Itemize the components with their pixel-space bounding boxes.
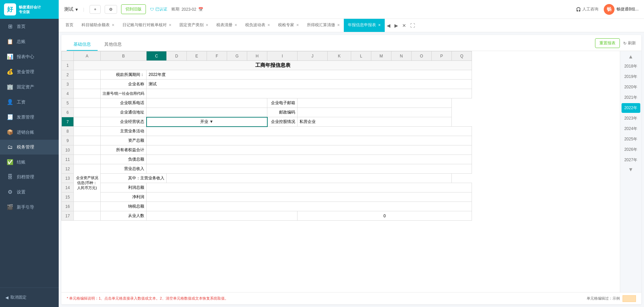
cell-12-1[interactable]: 企业资产状况信息(币种：人民币万元): [74, 164, 101, 202]
sidebar-item-进销台账[interactable]: 📦进销台账: [0, 125, 59, 140]
tab-close-2[interactable]: ✕: [169, 23, 171, 27]
sidebar-item-固定资产[interactable]: 🏢固定资产: [0, 79, 59, 94]
cell-4-1[interactable]: [74, 89, 101, 98]
tab-close-all-btn[interactable]: ✕: [400, 23, 408, 28]
cell-5-5[interactable]: [298, 98, 452, 108]
cell-4-2[interactable]: 注册号/统一社会信用代码: [101, 89, 147, 98]
tab-6[interactable]: 税检专家✕: [274, 19, 303, 32]
cell-5-3[interactable]: [147, 98, 267, 108]
cell-7-5[interactable]: 私营企业: [298, 117, 452, 127]
cell-11-1[interactable]: [74, 155, 101, 164]
cell-14-1[interactable]: 利润总额: [101, 183, 147, 192]
cell-6-4[interactable]: 邮政编码: [267, 108, 298, 117]
year-item-2020年[interactable]: 2020年: [622, 82, 640, 92]
cell-8-2[interactable]: 主营业务活动: [101, 127, 147, 136]
cell-16-1[interactable]: [74, 202, 101, 211]
cell-13-1[interactable]: 其中：主营业务收入: [101, 174, 167, 183]
sidebar-item-新手引导[interactable]: 🎬新手引导: [0, 200, 59, 215]
sidebar-item-税务管理[interactable]: 🗂税务管理: [0, 140, 59, 155]
tab-next-btn[interactable]: ▶: [392, 23, 400, 28]
year-item-2027年[interactable]: 2027年: [622, 155, 640, 165]
sidebar-item-总账[interactable]: 📋总账: [0, 34, 59, 49]
settings-btn[interactable]: ⚙: [105, 5, 117, 14]
cell-15-1[interactable]: 净利润: [101, 192, 147, 202]
cell-17-1[interactable]: [74, 211, 101, 221]
year-item-2026年[interactable]: 2026年: [622, 145, 640, 155]
sidebar-item-发票管理[interactable]: 🧾发票管理: [0, 109, 59, 125]
year-item-2021年[interactable]: 2021年: [622, 93, 640, 102]
cell-7-3[interactable]: 开业 ▼: [147, 117, 267, 127]
switch-old-btn[interactable]: 切到旧版: [121, 4, 146, 14]
cell-9-2[interactable]: 资产总额: [101, 136, 147, 145]
tab-2[interactable]: 日记账与银行对账单核对✕: [118, 19, 175, 32]
cell-3-1[interactable]: [74, 80, 101, 89]
cell-5-4[interactable]: 企业电子邮箱: [267, 98, 298, 108]
cell-2-3[interactable]: 2022年度: [147, 70, 472, 80]
sidebar-item-报表中心[interactable]: 📊报表中心: [0, 49, 59, 64]
tab-7[interactable]: 所得税汇算清缴✕: [303, 19, 344, 32]
cell-1-1[interactable]: 工商年报信息表: [74, 61, 472, 70]
user-profile[interactable]: 畅 畅捷通B组...: [604, 4, 639, 15]
dropdown-arrow-icon[interactable]: ▼: [209, 119, 213, 124]
cell-2-2[interactable]: 税款所属期间：: [101, 70, 147, 80]
tab-4[interactable]: 税表清册✕: [212, 19, 241, 32]
cell-11-3[interactable]: [147, 155, 472, 164]
cell-16-3[interactable]: [147, 202, 472, 211]
year-scroll-up-btn[interactable]: ▲: [620, 52, 641, 61]
year-item-2023年[interactable]: 2023年: [622, 114, 640, 123]
cell-13-2[interactable]: [167, 174, 452, 183]
tab-prev-btn[interactable]: ◀: [385, 23, 392, 28]
cell-15-2[interactable]: [147, 192, 472, 202]
add-btn[interactable]: +: [90, 5, 101, 14]
cell-3-2[interactable]: 企业名称: [101, 80, 147, 89]
cell-2-1[interactable]: [74, 70, 101, 80]
cell-11-2[interactable]: 负债总额: [101, 155, 147, 164]
cell-6-5[interactable]: [298, 108, 452, 117]
cell-10-1[interactable]: [74, 145, 101, 155]
cell-12-3[interactable]: [147, 164, 472, 174]
cell-6-2[interactable]: 企业通信地址: [101, 108, 147, 117]
year-item-2019年[interactable]: 2019年: [622, 72, 640, 82]
tab-close-1[interactable]: ✕: [112, 23, 114, 27]
cell-14-2[interactable]: [147, 183, 472, 192]
year-item-2024年[interactable]: 2024年: [622, 124, 640, 134]
sidebar-item-结账[interactable]: ✅结账: [0, 155, 59, 170]
cell-10-3[interactable]: [147, 145, 472, 155]
cell-9-1[interactable]: [74, 136, 101, 145]
tab-8[interactable]: 年报信息申报表✕: [344, 19, 385, 32]
spreadsheet-main[interactable]: ABCDEFGHIJKLMNOPQ1工商年报信息表2税款所属期间：2022年度3…: [61, 51, 620, 292]
refresh-btn[interactable]: ↻ 刷新: [623, 40, 636, 46]
service-btn[interactable]: 🎧 人工咨询: [576, 6, 598, 12]
cell-10-2[interactable]: 所有者权益合计: [101, 145, 147, 155]
tab-close-3[interactable]: ✕: [206, 23, 208, 27]
year-item-2018年[interactable]: 2018年: [622, 61, 640, 71]
sidebar-item-设置[interactable]: ⚙设置: [0, 184, 59, 200]
cell-17-4[interactable]: 0: [298, 211, 472, 221]
tab-close-5[interactable]: ✕: [267, 23, 270, 27]
cell-6-3[interactable]: [147, 108, 267, 117]
tab-close-7[interactable]: ✕: [337, 23, 340, 27]
sidebar-item-工资[interactable]: 👤工资: [0, 94, 59, 109]
tab-0[interactable]: 首页: [61, 19, 77, 32]
cell-7-2[interactable]: 企业经营状态: [101, 117, 147, 127]
cell-16-2[interactable]: 纳税总额: [101, 202, 147, 211]
tab-5[interactable]: 税负波动表✕: [241, 19, 274, 32]
year-scroll-down-btn[interactable]: ▼: [620, 165, 641, 174]
cell-7-4[interactable]: 企业控股情况: [267, 117, 298, 127]
cell-9-3[interactable]: [147, 136, 472, 145]
cell-8-1[interactable]: [74, 127, 101, 136]
tab-3[interactable]: 固定资产类别✕: [175, 19, 212, 32]
form-tab-0[interactable]: 基础信息: [67, 39, 98, 51]
cell-8-3[interactable]: [147, 127, 472, 136]
form-tab-1[interactable]: 其他信息: [98, 39, 128, 51]
cell-6-1[interactable]: [74, 108, 101, 117]
year-item-2025年[interactable]: 2025年: [622, 134, 640, 144]
cell-7-1[interactable]: [74, 117, 101, 127]
reset-report-btn[interactable]: 重置报表: [595, 38, 620, 48]
cell-4-3[interactable]: [147, 89, 472, 98]
tab-1[interactable]: 科目辅助余额表✕: [77, 19, 118, 32]
sidebar-item-首页[interactable]: ⊞首页: [0, 19, 59, 34]
tab-close-4[interactable]: ✕: [234, 23, 237, 27]
tab-close-8[interactable]: ✕: [378, 23, 381, 27]
tab-expand-btn[interactable]: ⛶: [408, 23, 417, 28]
